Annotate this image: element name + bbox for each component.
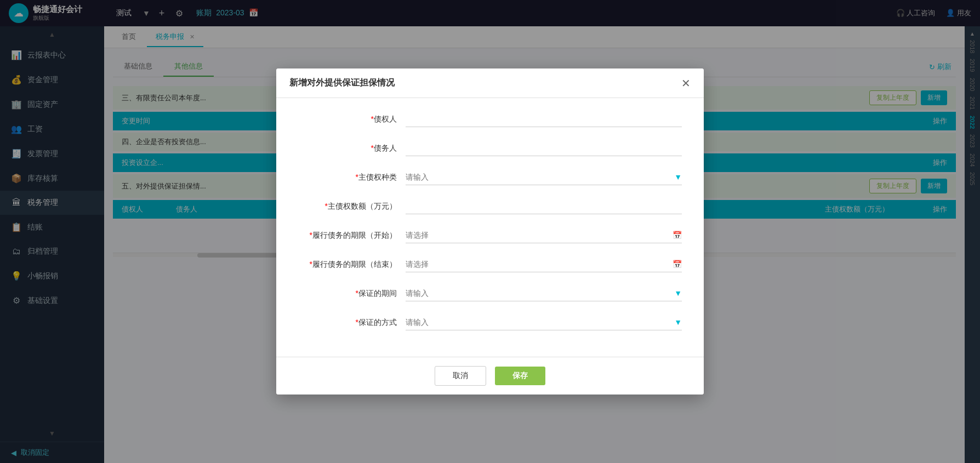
debt-type-chevron-icon[interactable]: ▼ bbox=[674, 173, 682, 181]
guarantee-method-input[interactable] bbox=[406, 315, 674, 330]
period-start-input[interactable] bbox=[406, 227, 673, 243]
period-end-date-wrapper: 📅 bbox=[406, 256, 682, 272]
period-start-date-wrapper: 📅 bbox=[406, 227, 682, 243]
creditor-input[interactable] bbox=[406, 111, 682, 127]
guarantee-period-select-wrapper: ▼ bbox=[406, 285, 682, 301]
debt-amount-label: *主债权数额（万元） bbox=[298, 202, 397, 212]
debt-type-select-wrapper: ▼ bbox=[406, 169, 682, 185]
modal-close-button[interactable]: ✕ bbox=[681, 78, 691, 89]
modal-footer: 取消 保存 bbox=[276, 357, 704, 395]
debt-type-input[interactable] bbox=[406, 169, 674, 185]
form-row-debt-amount: *主债权数额（万元） bbox=[298, 198, 682, 214]
guarantee-method-select-wrapper: ▼ bbox=[406, 315, 682, 330]
form-row-debtor: *债务人 bbox=[298, 140, 682, 156]
modal-title: 新增对外提供保证担保情况 bbox=[289, 77, 395, 89]
debt-amount-input[interactable] bbox=[406, 198, 682, 214]
form-row-period-start: *履行债务的期限（开始） 📅 bbox=[298, 227, 682, 243]
creditor-label: *债权人 bbox=[298, 115, 397, 124]
debt-type-label: *主债权种类 bbox=[298, 173, 397, 182]
guarantee-period-input[interactable] bbox=[406, 285, 674, 301]
form-row-guarantee-method: *保证的方式 ▼ bbox=[298, 315, 682, 330]
cancel-button[interactable]: 取消 bbox=[435, 366, 486, 386]
period-start-label: *履行债务的期限（开始） bbox=[298, 231, 397, 241]
period-end-label: *履行债务的期限（结束） bbox=[298, 260, 397, 270]
period-end-calendar-icon[interactable]: 📅 bbox=[673, 260, 682, 268]
period-end-input[interactable] bbox=[406, 256, 673, 272]
guarantee-method-chevron-icon[interactable]: ▼ bbox=[674, 318, 682, 327]
modal-header: 新增对外提供保证担保情况 ✕ bbox=[276, 68, 704, 98]
form-row-guarantee-period: *保证的期间 ▼ bbox=[298, 285, 682, 301]
debtor-input[interactable] bbox=[406, 140, 682, 156]
debtor-label: *债务人 bbox=[298, 144, 397, 153]
form-row-period-end: *履行债务的期限（结束） 📅 bbox=[298, 256, 682, 272]
guarantee-period-label: *保证的期间 bbox=[298, 289, 397, 299]
period-start-calendar-icon[interactable]: 📅 bbox=[673, 231, 682, 239]
guarantee-method-label: *保证的方式 bbox=[298, 318, 397, 328]
save-button[interactable]: 保存 bbox=[495, 367, 545, 385]
modal-dialog: 新增对外提供保证担保情况 ✕ *债权人 *债务人 * bbox=[276, 68, 704, 395]
modal-body: *债权人 *债务人 *主债权种类 ▼ bbox=[276, 98, 704, 357]
guarantee-period-chevron-icon[interactable]: ▼ bbox=[674, 289, 682, 298]
form-row-creditor: *债权人 bbox=[298, 111, 682, 127]
form-row-debt-type: *主债权种类 ▼ bbox=[298, 169, 682, 185]
modal-overlay: 新增对外提供保证担保情况 ✕ *债权人 *债务人 * bbox=[0, 0, 980, 463]
